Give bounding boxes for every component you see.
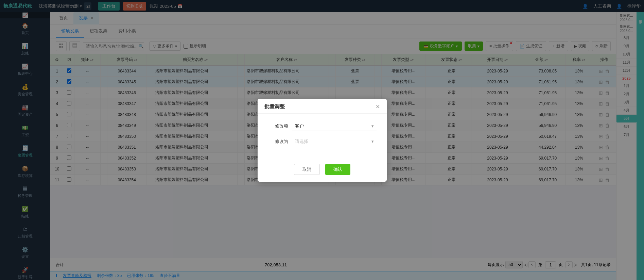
form-row-modify-to: 修改为 请选择 (268, 137, 377, 146)
modal-close-btn[interactable]: ✕ (376, 103, 380, 110)
modify-to-dropdown-icon (371, 139, 374, 144)
modal-body: 修改项 客户 修改为 请选择 (258, 114, 387, 161)
modal-header: 批量调整 ✕ (258, 99, 387, 114)
modify-field-select[interactable]: 客户 (292, 122, 377, 131)
modify-to-label: 修改为 (268, 138, 288, 145)
cancel-button[interactable]: 取消 (294, 164, 320, 175)
modify-field-label: 修改项 (268, 123, 288, 129)
form-row-modify-field: 修改项 客户 (268, 122, 377, 131)
modal-footer: 取消 确认 (258, 161, 387, 182)
confirm-button[interactable]: 确认 (325, 164, 350, 175)
modal-overlay: 批量调整 ✕ 修改项 客户 修改为 请选择 取消 确认 (0, 0, 644, 280)
modify-to-select[interactable]: 请选择 (292, 137, 377, 146)
modify-field-value: 客户 (295, 123, 304, 129)
modify-field-dropdown-icon (371, 123, 374, 129)
batch-adjust-modal: 批量调整 ✕ 修改项 客户 修改为 请选择 取消 确认 (258, 99, 387, 182)
modal-title: 批量调整 (264, 103, 285, 110)
modify-to-placeholder: 请选择 (295, 138, 308, 145)
